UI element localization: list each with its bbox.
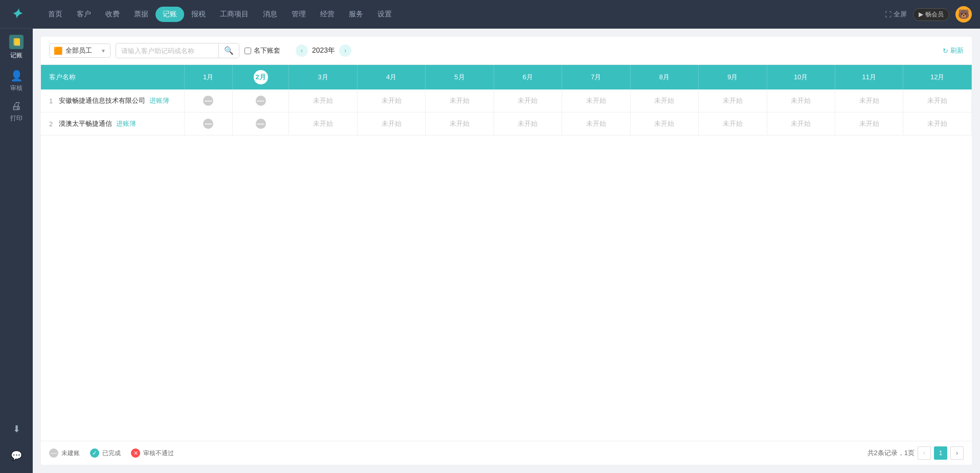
nav-business[interactable]: 工商项目 [213,7,256,22]
sidebar-logo: ✦ [0,0,33,29]
bookkeeping-table: 客户名称 1月 2月 3月 4月 5月 6月 7月 8月 9月 10月 [41,65,972,136]
total-text: 共2条记录，1页 [867,448,915,458]
status-dash-icon: — [203,96,213,106]
search-input[interactable] [116,44,218,57]
month-cell-9: 未开始 [699,89,767,112]
support-icon[interactable]: 💬 [0,444,33,467]
table-row: 1 安徽畅捷通信息技术有限公司 进账簿 ——未开始未开始未开始未开始未开始未开始… [41,89,972,112]
topnav-right: ⛶ 全屏 ▶ 畅会员 🐻 [885,6,972,22]
employee-icon: 🟧 [54,47,62,55]
client-name-text: 安徽畅捷通信息技术有限公司 [59,96,145,105]
month-cell-3: 未开始 [289,112,357,136]
nav-collection[interactable]: 收费 [98,7,127,22]
col-month-11: 11月 [835,65,903,89]
status-not-started: 未开始 [859,97,879,104]
client-num: 2 [49,120,53,128]
status-not-started: 未开始 [313,97,333,104]
status-not-started: 未开始 [927,120,947,127]
status-not-started: 未开始 [382,97,402,104]
fullscreen-icon: ⛶ [885,11,892,18]
month-cell-12: 未开始 [903,89,972,112]
col-month-4: 4月 [357,65,425,89]
status-not-started: 未开始 [791,97,811,104]
employee-select[interactable]: 🟧 全部员工 ▼ [49,43,110,58]
next-page-button[interactable]: › [950,446,964,460]
month-cell-8: 未开始 [630,89,698,112]
month-cell-11: 未开始 [835,89,903,112]
fullscreen-button[interactable]: ⛶ 全屏 [885,10,907,19]
nav-message[interactable]: 消息 [256,7,284,22]
search-button[interactable]: 🔍 [218,43,239,58]
main-area: 首页 客户 收费 票据 记账 报税 工商项目 消息 管理 经营 服务 设置 ⛶ … [33,0,980,473]
status-dash-icon: — [256,96,266,106]
month-cell-4: 未开始 [357,89,425,112]
status-not-started: 未开始 [927,97,947,104]
download-icon[interactable]: ⬇ [0,418,33,440]
refresh-icon: ↻ [943,47,948,55]
month-cell-1: — [184,112,232,136]
nav-client[interactable]: 客户 [70,7,98,22]
col-month-3: 3月 [289,65,357,89]
legend-not-built: — 未建账 [49,448,80,458]
nav-service[interactable]: 服务 [342,7,370,22]
month-cell-7: 未开始 [562,112,630,136]
col-month-1: 1月 [184,65,232,89]
col-client-name: 客户名称 [41,65,184,89]
nav-operation[interactable]: 经营 [313,7,342,22]
table-row: 2 漠澳太平畅捷通信 进账簿 ——未开始未开始未开始未开始未开始未开始未开始未开… [41,112,972,136]
status-dash-icon: — [256,119,266,129]
status-not-started: 未开始 [859,120,879,127]
not-built-icon: — [49,448,58,458]
table-wrap: 客户名称 1月 2月 3月 4月 5月 6月 7月 8月 9月 10月 [41,65,972,441]
my-accounts-checkbox-wrap[interactable]: 名下账套 [244,46,280,55]
rejected-icon: ✕ [131,448,140,458]
status-not-started: 未开始 [586,97,606,104]
nav-manage[interactable]: 管理 [284,7,313,22]
refresh-button[interactable]: ↻ 刷新 [943,46,964,55]
main-card: 🟧 全部员工 ▼ 🔍 名下账套 ‹ 2023年 › [41,37,972,465]
month-cell-12: 未开始 [903,112,972,136]
my-accounts-checkbox[interactable] [244,48,251,54]
avatar[interactable]: 🐻 [955,6,972,22]
year-nav: ‹ 2023年 › [296,44,351,57]
col-month-10: 10月 [767,65,835,89]
status-not-started: 未开始 [586,120,606,127]
status-not-started: 未开始 [791,120,811,127]
status-not-started: 未开始 [654,120,674,127]
month-cell-11: 未开始 [835,112,903,136]
nav-tax[interactable]: 报税 [184,7,213,22]
sidebar: ✦ 📒 记账 👤 审核 🖨 打印 ⬇ 💬 [0,0,33,473]
month-cell-10: 未开始 [767,89,835,112]
enter-link[interactable]: 进账簿 [149,96,169,105]
status-not-started: 未开始 [518,97,538,104]
select-arrow-icon: ▼ [101,48,106,54]
prev-year-button[interactable]: ‹ [296,44,308,57]
nav-settings[interactable]: 设置 [370,7,399,22]
month-cell-1: — [184,89,232,112]
next-year-button[interactable]: › [339,44,351,57]
nav-home[interactable]: 首页 [41,7,70,22]
sidebar-item-bookkeeping[interactable]: 📒 记账 [0,29,33,65]
client-name-text: 漠澳太平畅捷通信 [59,119,112,128]
status-not-started: 未开始 [313,120,333,127]
prev-page-button[interactable]: ‹ [918,446,931,460]
month-cell-10: 未开始 [767,112,835,136]
enter-link[interactable]: 进账簿 [116,119,136,128]
sidebar-item-audit[interactable]: 👤 审核 [0,65,33,96]
col-month-12: 12月 [903,65,972,89]
status-not-started: 未开始 [450,120,470,127]
nav-bookkeeping[interactable]: 记账 [155,7,184,22]
nav-invoice[interactable]: 票据 [127,7,155,22]
sidebar-bottom: ⬇ 💬 [0,418,33,473]
bookkeeping-icon: 📒 [9,35,24,49]
sidebar-item-print[interactable]: 🖨 打印 [0,96,33,127]
client-name-cell: 2 漠澳太平畅捷通信 进账簿 [41,112,184,136]
col-month-8: 8月 [630,65,698,89]
page-1-button[interactable]: 1 [934,446,947,460]
status-not-started: 未开始 [723,120,743,127]
legend-completed: ✓ 已完成 [90,448,121,458]
month-cell-3: 未开始 [289,89,357,112]
month-cell-4: 未开始 [357,112,425,136]
vip-button[interactable]: ▶ 畅会员 [913,8,949,21]
content: 🟧 全部员工 ▼ 🔍 名下账套 ‹ 2023年 › [33,29,980,473]
